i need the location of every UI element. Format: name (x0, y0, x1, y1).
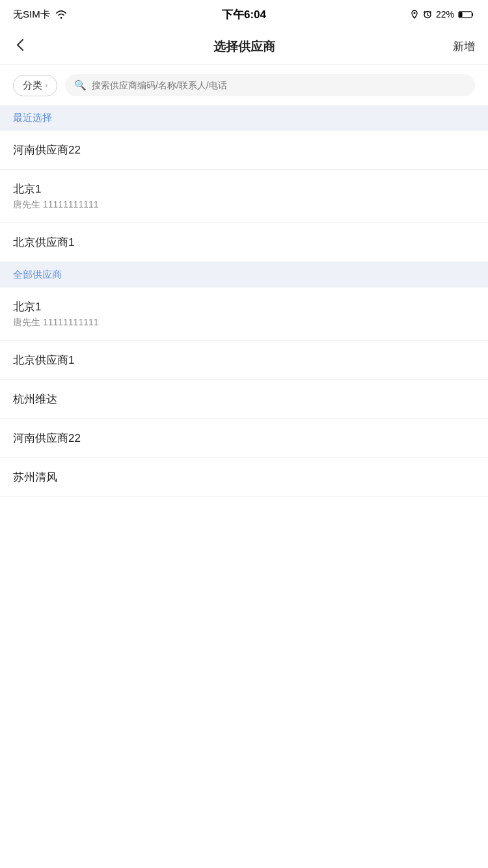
list-item[interactable]: 北京1 唐先生 11111111111 (0, 288, 488, 341)
list-item[interactable]: 苏州清风 (0, 458, 488, 497)
category-label: 分类 (23, 79, 42, 92)
list-item[interactable]: 杭州维达 (0, 380, 488, 419)
all-section-header: 全部供应商 (0, 262, 488, 288)
page-title: 选择供应商 (213, 38, 275, 55)
alarm-icon (423, 10, 432, 19)
status-left: 无SIM卡 (13, 8, 67, 21)
status-time: 下午6:04 (222, 7, 266, 22)
status-right: 22% (410, 9, 475, 20)
recent-section-header: 最近选择 (0, 105, 488, 131)
location-icon (410, 10, 419, 19)
add-button[interactable]: 新增 (453, 39, 475, 54)
search-box[interactable]: 🔍 (65, 74, 475, 96)
list-item[interactable]: 北京供应商1 (0, 223, 488, 262)
filter-bar: 分类 › 🔍 (0, 65, 488, 105)
svg-rect-3 (459, 12, 463, 16)
battery-icon (458, 10, 475, 19)
recent-items-list: 河南供应商22 北京1 唐先生 11111111111 北京供应商1 (0, 131, 488, 262)
list-item[interactable]: 河南供应商22 (0, 131, 488, 170)
list-item[interactable]: 北京1 唐先生 11111111111 (0, 170, 488, 223)
no-sim-label: 无SIM卡 (13, 8, 50, 21)
all-items-list: 北京1 唐先生 11111111111 北京供应商1 杭州维达 河南供应商22 … (0, 288, 488, 497)
status-bar: 无SIM卡 下午6:04 22% (0, 0, 488, 29)
search-icon: 🔍 (74, 79, 87, 91)
svg-point-0 (413, 12, 415, 14)
nav-bar: 选择供应商 新增 (0, 29, 488, 65)
search-input[interactable] (92, 80, 466, 90)
chevron-right-icon: › (45, 81, 47, 90)
back-button[interactable] (13, 37, 39, 57)
list-item[interactable]: 北京供应商1 (0, 341, 488, 380)
battery-percent: 22% (436, 9, 454, 20)
list-item[interactable]: 河南供应商22 (0, 419, 488, 458)
category-button[interactable]: 分类 › (13, 75, 57, 96)
wifi-icon (55, 10, 67, 19)
